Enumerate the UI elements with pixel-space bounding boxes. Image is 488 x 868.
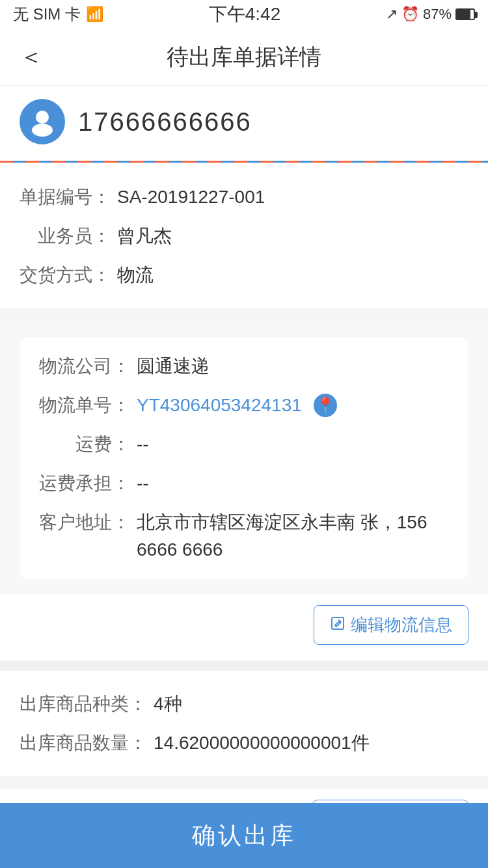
confirm-button-label: 确认出库 [192,820,296,852]
order-no-label: 单据编号： [20,183,111,211]
address-row: 客户地址： 北京市市辖区海淀区永丰南 张，156 6666 6666 [39,509,449,563]
logistics-company-row: 物流公司： 圆通速递 [39,353,449,380]
salesperson-label: 业务员： [20,223,111,250]
freight-value: -- [137,431,449,458]
delivery-method-value: 物流 [117,262,468,289]
address-value: 北京市市辖区海淀区永丰南 张，156 6666 6666 [137,509,449,563]
order-no-row: 单据编号： SA-20191227-001 [20,183,468,211]
svg-point-0 [36,111,49,124]
section-divider [0,660,488,671]
nav-bar: ＜ 待出库单据详情 [0,29,488,86]
logistics-company-label: 物流公司： [39,353,130,380]
tracking-no-row: 物流单号： YT43064053424131 [39,392,449,419]
edit-icon [330,616,346,635]
freight-bearer-row: 运费承担： -- [39,470,449,497]
edit-logistics-label: 编辑物流信息 [351,614,452,636]
delivery-method-label: 交货方式： [20,262,111,289]
avatar [20,99,65,144]
status-left: 无 SIM 卡 📶 [13,4,103,25]
wifi-icon: 📶 [86,6,103,23]
svg-point-1 [32,124,53,137]
location-icon: ↗ [386,6,398,23]
salesperson-row: 业务员： 曾凡杰 [20,223,468,250]
tracking-no-value: YT43064053424131 [137,392,449,419]
goods-type-label: 出库商品种类： [20,690,147,718]
edit-logistics-button[interactable]: 编辑物流信息 [314,605,468,645]
confirm-button-bar[interactable]: 确认出库 [0,803,488,868]
logistics-section: 物流公司： 圆通速递 物流单号： YT43064053424131 运费： --… [0,321,488,595]
goods-quantity-value: 14.62000000000000001件 [154,729,468,757]
goods-quantity-row: 出库商品数量： 14.62000000000000001件 [20,729,468,757]
carrier-text: 无 SIM 卡 [13,4,81,25]
location-pin-icon[interactable] [314,394,337,417]
battery-text: 87% [423,6,452,23]
salesperson-value: 曾凡杰 [117,223,468,250]
logistics-company-value: 圆通速递 [137,353,449,380]
goods-section: 出库商品种类： 4种 出库商品数量： 14.62000000000000001件 [0,671,488,776]
alarm-icon: ⏰ [401,6,419,23]
goods-type-row: 出库商品种类： 4种 [20,690,468,718]
address-label: 客户地址： [39,509,130,536]
freight-row: 运费： -- [39,431,449,458]
status-bar: 无 SIM 卡 📶 下午4:42 ↗ ⏰ 87% [0,0,488,29]
order-no-value: SA-20191227-001 [117,183,468,211]
goods-quantity-label: 出库商品数量： [20,729,147,757]
freight-label: 运费： [39,431,130,458]
freight-bearer-value: -- [137,470,449,497]
page-title: 待出库单据详情 [167,42,321,72]
goods-type-value: 4种 [154,690,468,718]
order-info-section: 单据编号： SA-20191227-001 业务员： 曾凡杰 交货方式： 物流 [0,164,488,308]
status-time: 下午4:42 [209,2,281,27]
user-header: 17666666666 [0,86,488,157]
delivery-method-row: 交货方式： 物流 [20,262,468,289]
freight-bearer-label: 运费承担： [39,470,130,497]
tracking-no-label: 物流单号： [39,392,130,419]
dashed-divider [0,157,488,164]
status-right: ↗ ⏰ 87% [386,6,475,23]
back-button[interactable]: ＜ [20,41,43,73]
edit-logistics-row: 编辑物流信息 [0,595,488,660]
battery-icon [455,8,475,20]
user-phone: 17666666666 [78,107,252,137]
